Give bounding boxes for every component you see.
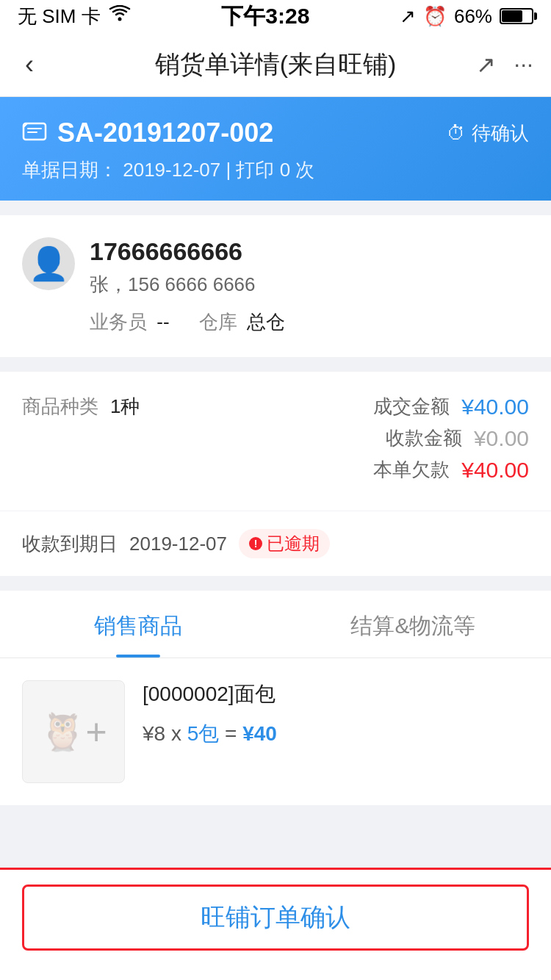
customer-row: 👤 17666666666 张，156 6666 6666 业务员 -- 仓库 …	[22, 237, 529, 335]
balance-value: ¥40.00	[461, 458, 529, 483]
header-top-row: SA-20191207-002 ⏱ 待确认	[22, 118, 529, 148]
overdue-text: 已逾期	[267, 532, 320, 555]
battery-icon	[500, 8, 533, 24]
due-date-value: 2019-12-07	[129, 533, 227, 555]
avatar-icon: 👤	[29, 245, 69, 283]
received-value: ¥0.00	[474, 426, 529, 451]
bottom-bar: 旺铺订单确认	[0, 868, 551, 980]
balance-row: 本单欠款 ¥40.00	[373, 457, 529, 483]
product-name: [0000002]面包	[143, 680, 529, 708]
share-icon[interactable]: ↗	[476, 51, 496, 79]
product-logo: 🦉+	[40, 710, 107, 753]
salesperson-label: 业务员	[90, 311, 147, 333]
status-left: 无 SIM 卡	[18, 4, 132, 29]
customer-avatar: 👤	[22, 237, 75, 290]
type-count: 1种	[110, 394, 140, 419]
received-row: 收款金额 ¥0.00	[373, 425, 529, 451]
customer-phone: 17666666666	[90, 237, 529, 266]
warning-icon: !	[249, 537, 262, 550]
quantity-text: 5包	[187, 722, 220, 745]
tab-sales-products[interactable]: 销售商品	[0, 591, 276, 657]
status-bar: 无 SIM 卡 下午3:28 ↗ ⏰ 66%	[0, 0, 551, 32]
customer-meta: 业务员 -- 仓库 总仓	[90, 309, 529, 335]
salesperson-value: --	[156, 311, 169, 333]
order-date: 单据日期： 2019-12-07 | 打印 0 次	[22, 157, 529, 183]
tab-settlement[interactable]: 结算&物流等	[276, 591, 551, 657]
customer-section: 👤 17666666666 张，156 6666 6666 业务员 -- 仓库 …	[0, 215, 551, 357]
carrier-text: 无 SIM 卡	[18, 4, 101, 29]
salesperson-field: 业务员 --	[90, 309, 170, 335]
product-item: 🦉+ [0000002]面包 ¥8 x 5包 = ¥40	[22, 680, 529, 783]
customer-info: 17666666666 张，156 6666 6666 业务员 -- 仓库 总仓	[90, 237, 529, 335]
summary-section: 商品种类 1种 成交金额 ¥40.00 收款金额 ¥0.00 本单欠款 ¥40.…	[0, 372, 551, 511]
due-date-label: 收款到期日	[22, 531, 118, 557]
status-right: ↗ ⏰ 66%	[400, 5, 533, 28]
nav-actions: ↗ ···	[476, 51, 533, 79]
clock-icon: ⏱	[447, 122, 466, 145]
tab-bar: 销售商品 结算&物流等	[0, 591, 551, 658]
product-section: 🦉+ [0000002]面包 ¥8 x 5包 = ¥40	[0, 658, 551, 805]
battery-percent: 66%	[454, 5, 492, 28]
overdue-badge: ! 已逾期	[239, 529, 330, 558]
customer-name: 张，156 6666 6666	[90, 272, 529, 298]
summary-right: 成交金额 ¥40.00 收款金额 ¥0.00 本单欠款 ¥40.00	[373, 394, 529, 489]
warehouse-field: 仓库 总仓	[199, 309, 285, 335]
equals-sign: =	[225, 722, 242, 745]
price-base: ¥8	[143, 722, 165, 745]
total-price: ¥40	[242, 722, 277, 745]
time-display: 下午3:28	[221, 1, 309, 32]
due-date-section: 收款到期日 2019-12-07 ! 已逾期	[0, 511, 551, 576]
nav-bar: ‹ 销货单详情(来自旺铺) ↗ ···	[0, 32, 551, 97]
product-price-row: ¥8 x 5包 = ¥40	[143, 720, 529, 748]
product-type-row: 商品种类 1种	[22, 394, 140, 419]
status-text: 待确认	[472, 120, 529, 146]
location-icon: ↗	[400, 5, 416, 28]
order-icon	[22, 120, 47, 146]
summary-left: 商品种类 1种	[22, 394, 140, 422]
order-header-card: SA-20191207-002 ⏱ 待确认 单据日期： 2019-12-07 |…	[0, 97, 551, 201]
back-button[interactable]: ‹	[18, 42, 41, 87]
multiply-sign: x	[171, 722, 187, 745]
more-icon[interactable]: ···	[514, 51, 533, 78]
alarm-icon: ⏰	[423, 5, 447, 28]
wifi-icon	[108, 5, 132, 28]
order-id: SA-20191207-002	[22, 118, 273, 148]
page-title: 销货单详情(来自旺铺)	[155, 48, 397, 82]
warehouse-value: 总仓	[247, 311, 285, 333]
summary-grid: 商品种类 1种 成交金额 ¥40.00 收款金额 ¥0.00 本单欠款 ¥40.…	[22, 394, 529, 489]
svg-point-0	[118, 17, 121, 21]
product-details: [0000002]面包 ¥8 x 5包 = ¥40	[143, 680, 529, 748]
amount-row: 成交金额 ¥40.00	[373, 394, 529, 419]
amount-value: ¥40.00	[461, 394, 529, 419]
product-thumbnail: 🦉+	[22, 680, 125, 783]
order-status: ⏱ 待确认	[447, 120, 529, 146]
received-label: 收款金额	[386, 425, 462, 451]
balance-label: 本单欠款	[373, 457, 450, 483]
type-label: 商品种类	[22, 394, 98, 419]
amount-label: 成交金额	[373, 394, 450, 419]
warehouse-label: 仓库	[199, 311, 237, 333]
wangpu-confirm-button[interactable]: 旺铺订单确认	[22, 884, 529, 951]
